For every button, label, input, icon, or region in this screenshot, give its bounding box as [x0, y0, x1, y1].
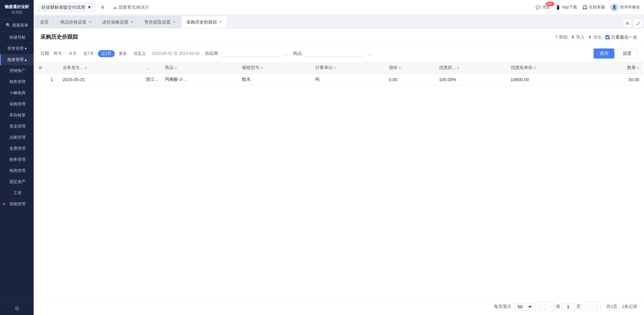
- sidebar-item-finance[interactable]: 资金管理: [0, 121, 34, 132]
- topbar-settings-button[interactable]: ⚙: [98, 3, 107, 12]
- first-page-button[interactable]: ⟨⟨: [536, 302, 544, 311]
- message-button[interactable]: 💬 消息 99+: [536, 4, 550, 10]
- topbar: 好业财标准版交付试用 ▼ ⚙ ☁ 我要看实例演示 💬 消息 99+ 📱 App下…: [34, 0, 644, 15]
- last-page-button[interactable]: ⟩⟩: [592, 302, 601, 311]
- table-row: 1 2023-05-31 浙江... 丙烯酸-2-... 散水 吨 0.00 1…: [35, 74, 643, 85]
- sort-icon: ⇅: [637, 66, 639, 70]
- sidebar-item-fixed-assets[interactable]: 固定资产: [0, 176, 34, 187]
- demo-button[interactable]: ☁ 我要看实例演示: [113, 4, 149, 10]
- logo-title: 畅捷通好业财: [3, 4, 31, 10]
- sidebar-item-ecommerce[interactable]: 电商管理: [0, 165, 34, 176]
- help-icon: ?: [555, 35, 558, 40]
- sidebar-item-general-ledger[interactable]: 总账管理: [0, 132, 34, 143]
- user-menu-button[interactable]: 👤 徐泽华修改: [610, 3, 640, 11]
- sidebar-bottom: ⚙: [0, 302, 34, 315]
- sidebar-item-purchase[interactable]: 采购管理: [0, 99, 34, 110]
- tab-home[interactable]: 首页: [34, 16, 55, 28]
- sidebar-item-search[interactable]: 🔍 搜索菜单: [0, 19, 34, 32]
- page-actions: ? 帮助 ⬆ 导入 ⬇ 导出 只看最后一次: [555, 34, 637, 40]
- avatar: 👤: [610, 3, 618, 11]
- chevron-down-icon: ▼: [87, 5, 92, 10]
- sidebar-item-wholesale[interactable]: 批发管理 ▲: [0, 54, 34, 65]
- supplier-input[interactable]: [220, 50, 281, 57]
- date-btn-7days[interactable]: 近7天: [81, 50, 97, 57]
- th-discount[interactable]: 优惠折... ⇅: [436, 62, 507, 74]
- date-btn-today[interactable]: 今天: [66, 50, 79, 57]
- message-badge: 99+: [546, 2, 554, 6]
- only-last-checkbox[interactable]: [605, 35, 610, 39]
- sort-icon: ⇅: [533, 66, 536, 70]
- import-button[interactable]: ⬆ 导入: [571, 34, 585, 40]
- export-button[interactable]: ⬇ 导出: [588, 34, 602, 40]
- date-filter: 日期 昨天 今天 近7天 近1月 更多 自定义 2023-05-02 至 202…: [40, 50, 200, 57]
- help-button[interactable]: ? 帮助: [555, 34, 568, 40]
- sidebar-item-ecommerce-small[interactable]: 小畅电商: [0, 88, 34, 99]
- version-selector[interactable]: 好业财标准版交付试用 ▼: [38, 3, 95, 12]
- date-btn-more[interactable]: 更多: [116, 50, 130, 57]
- tab-purchase-history[interactable]: 采购历史价跟踪 ✕: [181, 16, 227, 28]
- prev-page-button[interactable]: ＜: [546, 302, 554, 311]
- app-logo: 畅捷通好业财 标准版: [0, 0, 34, 19]
- pagination: 每页显示 50 20 100 200 ⟨⟨ ＜ 第 页 ＞ ⟩⟩ 共1页，1条记…: [34, 298, 644, 315]
- th-undiscounted-price[interactable]: 优惠前单价 ⇅: [507, 62, 593, 74]
- date-btn-yesterday[interactable]: 昨天: [51, 50, 65, 57]
- supplier-dots[interactable]: ...: [283, 50, 288, 57]
- cell-settings: [35, 74, 47, 85]
- sidebar-item-sales[interactable]: 销售管理: [0, 76, 34, 88]
- close-icon[interactable]: ✕: [88, 20, 92, 24]
- expand-window-button[interactable]: ⤢: [633, 19, 643, 28]
- page-prefix-label: 第: [556, 304, 560, 310]
- import-icon: ⬆: [571, 35, 575, 40]
- sidebar-item-marketing[interactable]: 营销推广: [0, 65, 34, 76]
- search-icon: 🔍: [6, 23, 11, 28]
- query-button[interactable]: 查询: [594, 48, 614, 59]
- version-selector-text: 好业财标准版交付试用: [41, 4, 85, 10]
- th-price[interactable]: 报价 ⇅: [386, 62, 436, 74]
- content-area: 采购历史价跟踪 ? 帮助 ⬆ 导入 ⬇ 导出 只看最后一次: [34, 28, 644, 315]
- page-header: 采购历史价跟踪 ? 帮助 ⬆ 导入 ⬇ 导出 只看最后一次: [34, 28, 644, 44]
- tab-purchase-strategy[interactable]: 进价策略设置 ✕: [97, 16, 139, 28]
- th-unit[interactable]: 计量单位 ⇅: [312, 62, 385, 74]
- th-date[interactable]: 业务发生... ⇅: [59, 62, 142, 74]
- supplier-filter: 供应商 ...: [205, 50, 288, 57]
- sidebar-item-inventory[interactable]: 库存核算: [0, 110, 34, 121]
- tab-sale-price[interactable]: 售价提取设置 ✕: [139, 16, 181, 28]
- tab-purchase-strategy-label: 进价策略设置: [102, 19, 129, 25]
- settings-button[interactable]: 设置: [617, 48, 637, 59]
- sidebar-item-invoice[interactable]: 发票管理: [0, 143, 34, 154]
- page-nav: ⟨⟨ ＜ 第 页 ＞ ⟩⟩: [536, 302, 601, 311]
- tab-price-label: 商品价格设置: [60, 19, 86, 25]
- close-window-button[interactable]: ✕: [622, 19, 632, 28]
- help-label: 帮助: [559, 34, 568, 40]
- page-number-input[interactable]: [562, 303, 575, 310]
- per-page-select[interactable]: 50 20 100 200: [514, 303, 533, 311]
- app-download-button[interactable]: 📱 App下载: [556, 4, 577, 10]
- sidebar-item-quick-nav[interactable]: 快捷导航: [0, 32, 34, 43]
- data-table: ⚙ 业务发生... ⇅ ...: [35, 62, 643, 85]
- tab-price[interactable]: 商品价格设置 ✕: [55, 16, 97, 28]
- th-quantity[interactable]: 数量 ⇅: [593, 62, 643, 74]
- sidebar-item-tax[interactable]: 税务管理: [0, 154, 34, 165]
- data-table-wrap: ⚙ 业务发生... ⇅ ...: [34, 62, 644, 298]
- gear-icon[interactable]: ⚙: [14, 306, 19, 311]
- close-icon[interactable]: ✕: [173, 20, 176, 24]
- date-btn-custom[interactable]: 自定义: [131, 50, 148, 57]
- sidebar-item-smart-mgmt[interactable]: 智能管理: [0, 199, 34, 210]
- column-settings-icon[interactable]: ⚙: [38, 65, 42, 70]
- th-spec[interactable]: 规格型号 ⇅: [239, 62, 312, 74]
- sidebar-item-payroll[interactable]: 工资: [0, 187, 34, 199]
- product-dots[interactable]: ...: [367, 50, 371, 57]
- sidebar-search-label: 搜索菜单: [12, 23, 28, 28]
- cell-seq: 1: [47, 74, 59, 85]
- th-extra[interactable]: ...: [142, 62, 162, 74]
- close-icon[interactable]: ✕: [131, 20, 134, 24]
- sort-icon: ⇅: [84, 66, 87, 70]
- sidebar-item-retail[interactable]: 零售管理 ▼: [0, 43, 34, 54]
- online-service-button[interactable]: 🎧 在线客服: [582, 4, 605, 10]
- page-total-label: 共1页，1条记录: [606, 304, 637, 310]
- close-icon[interactable]: ✕: [219, 20, 222, 24]
- th-supplier[interactable]: 商品 ⇅: [162, 62, 238, 74]
- next-page-button[interactable]: ＞: [582, 302, 591, 311]
- date-btn-1month[interactable]: 近1月: [98, 50, 115, 57]
- product-input[interactable]: [304, 50, 364, 57]
